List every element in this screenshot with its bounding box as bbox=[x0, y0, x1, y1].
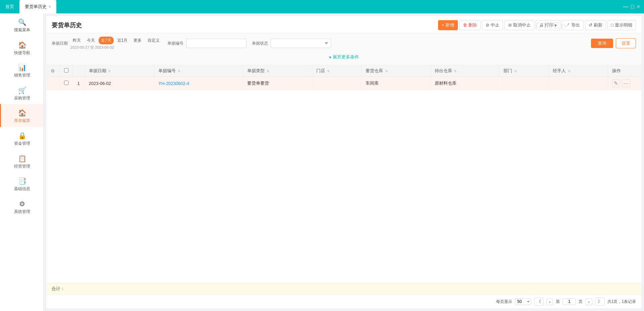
date-btn-1month[interactable]: 近1月 bbox=[115, 37, 130, 44]
th-req-warehouse: 要货仓库 ⇅ bbox=[361, 65, 430, 77]
date-filter-group: 单据日期 昨天 今天 近7天 近1月 更多 自定义 2023-05-27 至 2… bbox=[52, 37, 162, 50]
main-layout: 🔍 搜索菜单 🏠 快捷导航 📊 销售管理 🛒 采购管理 🏠 库存核算 🔒 资金管… bbox=[0, 13, 644, 311]
date-filter-label: 单据日期 bbox=[52, 41, 68, 46]
th-handler-label: 经手人 bbox=[553, 68, 566, 73]
settings-btn[interactable]: 设置 bbox=[616, 38, 636, 48]
sidebar-item-purchase[interactable]: 🛒 采购管理 bbox=[0, 82, 43, 104]
tab-close-icon[interactable]: × bbox=[49, 4, 51, 9]
more-icon[interactable]: ⋯ bbox=[622, 79, 630, 87]
filter-row-2: ▾ 展开更多条件 bbox=[52, 53, 636, 61]
select-all-checkbox[interactable] bbox=[64, 68, 68, 73]
doc-no-label: 单据编号 bbox=[167, 41, 183, 46]
new-btn-label: + 新增 bbox=[442, 22, 454, 28]
print-btn[interactable]: 🖨 打印 ▾ bbox=[536, 20, 561, 30]
th-num bbox=[72, 65, 85, 77]
sidebar-item-system[interactable]: ⚙ 系统管理 bbox=[0, 195, 43, 218]
delete-btn[interactable]: 🗑 删除 bbox=[459, 20, 481, 30]
sort-doc-no-icon[interactable]: ⇅ bbox=[178, 69, 180, 73]
expand-btn[interactable]: ▾ 展开更多条件 bbox=[326, 53, 362, 61]
sidebar-item-quick-nav[interactable]: 🏠 快捷导航 bbox=[0, 36, 43, 59]
sidebar-item-operations[interactable]: 📋 经营管理 bbox=[0, 150, 43, 173]
edit-icon[interactable]: ✎ bbox=[612, 79, 620, 87]
export-btn-label: ↗ 导出 bbox=[566, 22, 580, 28]
tab-home[interactable]: 首页 bbox=[0, 0, 19, 13]
th-checkbox bbox=[60, 65, 72, 77]
page-header: 要货单历史 + 新增 🗑 删除 ⊘ 中止 ⊘ 取消中止 🖨 bbox=[46, 16, 641, 33]
maximize-btn[interactable]: □ bbox=[631, 4, 634, 10]
page-container: 要货单历史 + 新增 🗑 删除 ⊘ 中止 ⊘ 取消中止 🖨 bbox=[46, 16, 641, 308]
cell-actions: ✎ ⋯ bbox=[608, 77, 641, 90]
data-table: ⚙ 单据日期 ⇅ 单据编号 bbox=[46, 65, 641, 90]
sidebar-item-purchase-label: 采购管理 bbox=[14, 96, 30, 101]
date-btn-yesterday[interactable]: 昨天 bbox=[70, 37, 83, 44]
sidebar-item-search[interactable]: 🔍 搜索菜单 bbox=[0, 13, 43, 36]
doc-no-input[interactable] bbox=[186, 39, 247, 48]
th-doc-type: 单据类型 ⇅ bbox=[243, 65, 312, 77]
first-page-btn[interactable]: 《 bbox=[534, 298, 544, 306]
sort-req-warehouse-icon[interactable]: ⇅ bbox=[385, 69, 388, 73]
cell-department bbox=[499, 77, 549, 90]
doc-status-filter-group: 单据状态 bbox=[252, 39, 331, 48]
doc-no-link[interactable]: YH-20230602-4 bbox=[158, 81, 189, 86]
date-range-btns: 昨天 今天 近7天 近1月 更多 自定义 bbox=[70, 37, 162, 44]
close-btn[interactable]: × bbox=[637, 4, 640, 10]
display-detail-btn[interactable]: □ 显示明细 bbox=[607, 20, 636, 30]
footer-sum: 合计： bbox=[46, 283, 641, 295]
th-actions-label: 操作 bbox=[612, 68, 621, 73]
cell-handler bbox=[549, 77, 608, 90]
next-page-btn[interactable]: › bbox=[585, 298, 592, 305]
top-bar: 首页 要货单历史 × — □ × bbox=[0, 0, 644, 13]
page-title: 要货单历史 bbox=[52, 21, 82, 29]
prev-page-btn[interactable]: ‹ bbox=[546, 298, 553, 305]
inventory-icon: 🏠 bbox=[18, 109, 26, 117]
date-btn-custom[interactable]: 自定义 bbox=[145, 37, 162, 44]
per-page-label: 每页显示 bbox=[496, 299, 512, 305]
total-info: 共1页，1条记录 bbox=[607, 299, 636, 305]
purchase-icon: 🛒 bbox=[18, 86, 26, 94]
date-btn-7days[interactable]: 近7天 bbox=[99, 37, 114, 44]
th-settings[interactable]: ⚙ bbox=[46, 65, 60, 77]
th-actions: 操作 bbox=[608, 65, 641, 77]
home-icon: 🏠 bbox=[18, 41, 26, 49]
refresh-btn[interactable]: ↺ 刷新 bbox=[585, 20, 606, 30]
top-tabs: 首页 要货单历史 × bbox=[0, 0, 623, 13]
sort-department-icon[interactable]: ⇅ bbox=[514, 69, 517, 73]
sort-date-icon[interactable]: ⇅ bbox=[108, 69, 111, 73]
search-icon: 🔍 bbox=[18, 18, 26, 26]
cancel-stop-btn[interactable]: ⊘ 取消中止 bbox=[504, 20, 534, 30]
refresh-btn-label: ↺ 刷新 bbox=[589, 22, 602, 28]
export-btn[interactable]: ↗ 导出 bbox=[562, 20, 584, 30]
sidebar-item-finance[interactable]: 🔒 资金管理 bbox=[0, 127, 43, 150]
page-suffix: 页 bbox=[579, 299, 583, 305]
row-checkbox[interactable] bbox=[64, 81, 68, 85]
sidebar-item-finance-label: 资金管理 bbox=[14, 141, 30, 146]
table-settings-icon[interactable]: ⚙ bbox=[50, 68, 56, 74]
th-date: 单据日期 ⇅ bbox=[85, 65, 154, 77]
doc-status-select[interactable] bbox=[271, 39, 331, 48]
sort-handler-icon[interactable]: ⇅ bbox=[568, 69, 571, 73]
date-range-text: 2023-05-27 至 2023-06-02 bbox=[70, 45, 162, 50]
stop-btn[interactable]: ⊘ 中止 bbox=[482, 20, 503, 30]
content-area: 要货单历史 + 新增 🗑 删除 ⊘ 中止 ⊘ 取消中止 🖨 bbox=[44, 13, 644, 311]
sort-store-icon[interactable]: ⇅ bbox=[327, 69, 330, 73]
sidebar-item-sales[interactable]: 📊 销售管理 bbox=[0, 59, 43, 82]
new-btn[interactable]: + 新增 bbox=[438, 20, 458, 30]
filter-row-1: 单据日期 昨天 今天 近7天 近1月 更多 自定义 2023-05-27 至 2… bbox=[52, 37, 636, 50]
sidebar-item-inventory-label: 库存核算 bbox=[14, 118, 30, 124]
query-btn[interactable]: 查询 bbox=[591, 39, 613, 48]
date-btn-more[interactable]: 更多 bbox=[131, 37, 144, 44]
per-page-select[interactable]: 20 50 100 bbox=[515, 298, 531, 305]
page-input[interactable] bbox=[562, 298, 576, 305]
sort-pending-warehouse-icon[interactable]: ⇅ bbox=[454, 69, 457, 73]
sidebar-item-inventory[interactable]: 🏠 库存核算 bbox=[0, 104, 43, 127]
last-page-btn[interactable]: 》 bbox=[595, 298, 605, 306]
sidebar-item-basic-info[interactable]: 📑 基础信息 bbox=[0, 172, 43, 195]
sort-doc-type-icon[interactable]: ⇅ bbox=[267, 69, 269, 73]
tab-history[interactable]: 要货单历史 × bbox=[19, 0, 56, 13]
filter-actions: 查询 设置 bbox=[591, 38, 636, 48]
system-icon: ⚙ bbox=[19, 200, 25, 208]
date-btn-today[interactable]: 今天 bbox=[85, 37, 97, 44]
minimize-btn[interactable]: — bbox=[623, 4, 628, 10]
cell-pending-warehouse: 原材料仓库 bbox=[430, 77, 499, 90]
th-pending-warehouse-label: 待出仓库 bbox=[435, 68, 452, 73]
